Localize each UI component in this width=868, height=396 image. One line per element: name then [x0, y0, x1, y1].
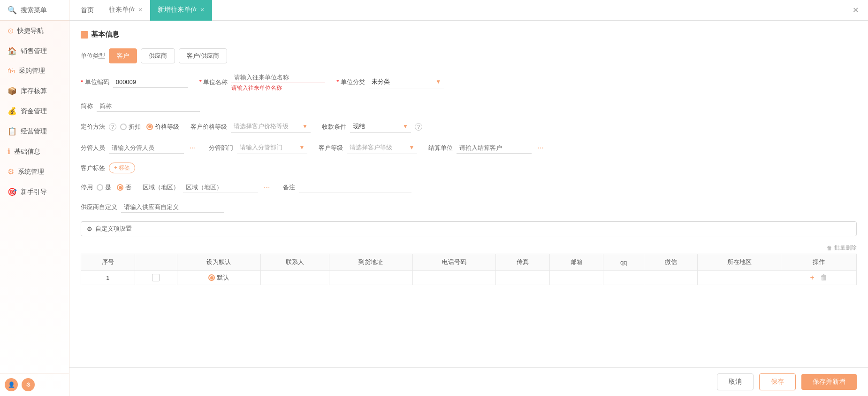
- btn-both[interactable]: 客户/供应商: [179, 48, 227, 63]
- cell-checkbox[interactable]: [135, 271, 177, 285]
- radio-disabled-no[interactable]: 否: [117, 183, 131, 192]
- region-input[interactable]: [183, 182, 258, 193]
- pricing-method-help[interactable]: ?: [109, 123, 116, 131]
- department-placeholder: 请输入分管部门: [240, 143, 297, 152]
- payment-terms-select[interactable]: 现结 ▼: [350, 120, 411, 133]
- short-name-field: 简称: [81, 101, 200, 112]
- disabled-field: 停用 是 否: [81, 183, 131, 192]
- form-content: 基本信息 单位类型 客户 供应商 客户/供应商 单位编码 单位名称 请输入往来单…: [69, 21, 868, 367]
- region-label: 区域（地区）: [143, 183, 179, 192]
- department-select[interactable]: 请输入分管部门 ▼: [237, 141, 307, 154]
- sidebar-item-inventory[interactable]: 📦 库存核算: [0, 81, 69, 101]
- col-region: 所在地区: [698, 254, 781, 271]
- customer-level-select[interactable]: 请选择客户等级 ▼: [347, 141, 417, 154]
- sidebar-item-finance[interactable]: 💰 资金管理: [0, 101, 69, 121]
- cell-seq: 1: [81, 271, 135, 285]
- sidebar-item-newbie[interactable]: 🎯 新手引导: [0, 182, 69, 202]
- disabled-label: 停用: [81, 183, 93, 192]
- tab-partner[interactable]: 往来单位 ✕: [101, 0, 150, 21]
- sidebar: 🔍 搜索菜单 ⊙ 快捷导航 🏠 销售管理 🛍 采购管理 📦 库存核算 💰 资金管…: [0, 0, 69, 396]
- sidebar-item-basic-info[interactable]: ℹ 基础信息: [0, 141, 69, 162]
- search-icon: 🔍: [8, 6, 17, 15]
- settlement-unit-dots[interactable]: ···: [535, 144, 545, 152]
- btn-supplier[interactable]: 供应商: [141, 48, 175, 63]
- save-button[interactable]: 保存: [759, 373, 796, 390]
- payment-terms-help[interactable]: ?: [415, 123, 422, 131]
- supplier-custom-input[interactable]: [121, 202, 224, 213]
- form-footer: 取消 保存 保存并新增: [69, 367, 868, 396]
- unit-code-label: 单位编码: [81, 78, 109, 86]
- short-name-label: 简称: [81, 102, 93, 110]
- finance-icon: 💰: [8, 107, 17, 116]
- row-checkbox[interactable]: [152, 274, 160, 281]
- col-fax: 传真: [496, 254, 550, 271]
- unit-name-input-group: 请输入往来单位名称: [231, 72, 325, 92]
- supervisor-dots[interactable]: ···: [188, 144, 198, 152]
- sidebar-item-system[interactable]: ⚙ 系统管理: [0, 162, 69, 182]
- settlement-unit-input[interactable]: [457, 142, 532, 154]
- inventory-icon: 📦: [8, 86, 17, 95]
- unit-code-field: 单位编码: [81, 77, 188, 88]
- cell-qq: [603, 271, 644, 285]
- btn-customer[interactable]: 客户: [109, 48, 137, 63]
- unit-category-chevron: ▼: [435, 78, 441, 85]
- settlement-unit-label: 结算单位: [428, 144, 453, 152]
- row-default-radio[interactable]: 默认: [182, 273, 256, 282]
- purchase-icon: 🛍: [8, 67, 15, 75]
- delete-row-btn[interactable]: 🗑: [818, 273, 830, 281]
- radio-discount[interactable]: 折扣: [120, 123, 141, 131]
- close-all-tabs[interactable]: ✕: [847, 6, 864, 15]
- col-wechat: 微信: [644, 254, 698, 271]
- col-phone: 电话号码: [412, 254, 496, 271]
- add-row-btn[interactable]: +: [808, 273, 816, 281]
- unit-type-label: 单位类型: [81, 52, 105, 60]
- sidebar-bottom: 👤 ⚙: [0, 373, 69, 396]
- close-new-partner-tab[interactable]: ✕: [200, 7, 205, 13]
- section-icon: [81, 31, 88, 39]
- unit-info-row: 单位编码 单位名称 请输入往来单位名称 单位分类 未分类 ▼: [81, 72, 857, 92]
- short-name-input[interactable]: [97, 101, 200, 112]
- tab-home[interactable]: 首页: [73, 0, 101, 21]
- cell-contact: [260, 271, 329, 285]
- cancel-button[interactable]: 取消: [717, 373, 754, 390]
- customer-tag-field: 客户标签 + 标签: [81, 163, 135, 173]
- customer-price-level-select[interactable]: 请选择客户价格等级 ▼: [231, 120, 311, 133]
- department-label: 分管部门: [209, 144, 233, 152]
- sidebar-item-sales[interactable]: 🏠 销售管理: [0, 41, 69, 61]
- remarks-input[interactable]: [299, 182, 411, 193]
- close-partner-tab[interactable]: ✕: [138, 7, 143, 13]
- col-default: 设为默认: [177, 254, 260, 271]
- main-area: 首页 往来单位 ✕ 新增往来单位 ✕ ✕ 基本信息 单位类型 客户 供应商 客户…: [69, 0, 868, 396]
- sidebar-item-search[interactable]: 🔍 搜索菜单: [0, 0, 69, 21]
- payment-terms-label: 收款条件: [322, 123, 346, 131]
- radio-price-level-circle: [146, 124, 153, 130]
- unit-type-row: 单位类型 客户 供应商 客户/供应商: [81, 48, 857, 63]
- add-tag-btn[interactable]: + 标签: [109, 163, 135, 173]
- sidebar-settings-icon[interactable]: ⚙: [22, 378, 35, 391]
- radio-price-level[interactable]: 价格等级: [146, 123, 179, 131]
- customer-level-chevron: ▼: [409, 144, 414, 151]
- unit-code-input[interactable]: [113, 77, 188, 88]
- save-add-button[interactable]: 保存并新增: [801, 374, 857, 390]
- sidebar-item-operations[interactable]: 📋 经营管理: [0, 121, 69, 141]
- supervisor-input[interactable]: [109, 142, 184, 154]
- batch-delete-btn[interactable]: 🗑 批量删除: [827, 244, 857, 252]
- custom-settings-btn[interactable]: ⚙ 自定义项设置: [81, 221, 857, 236]
- sales-icon: 🏠: [8, 47, 17, 55]
- tab-new-partner[interactable]: 新增往来单位 ✕: [150, 0, 212, 21]
- settlement-unit-field: 结算单位 ···: [428, 142, 545, 154]
- supplier-custom-label: 供应商自定义: [81, 203, 117, 211]
- unit-name-error: 请输入往来单位名称: [231, 84, 325, 92]
- unit-category-select[interactable]: 未分类 ▼: [369, 76, 444, 88]
- radio-disabled-yes[interactable]: 是: [97, 183, 111, 192]
- sidebar-item-quick-nav[interactable]: ⊙ 快捷导航: [0, 21, 69, 41]
- radio-disabled-no-dot: [119, 186, 122, 189]
- sidebar-user-icon[interactable]: 👤: [5, 378, 18, 391]
- customer-price-level-field: 客户价格等级 请选择客户价格等级 ▼: [190, 120, 311, 133]
- sidebar-item-purchase[interactable]: 🛍 采购管理: [0, 61, 69, 81]
- unit-name-input[interactable]: [231, 72, 325, 83]
- region-dots[interactable]: ···: [262, 183, 272, 192]
- operations-icon: 📋: [8, 127, 17, 136]
- unit-category-label: 单位分类: [336, 78, 365, 86]
- cell-fax: [496, 271, 550, 285]
